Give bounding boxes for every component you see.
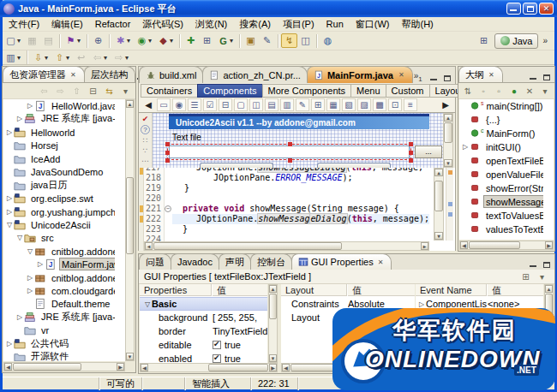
hide-local-types-icon[interactable]: ✕ (523, 85, 536, 98)
overview-mark[interactable] (448, 212, 452, 217)
next-annotation-dropdown-icon[interactable]: ▾ (45, 54, 51, 62)
close-tab-icon[interactable]: ✕ (487, 70, 496, 80)
marquee-tool-icon[interactable]: ∵ (143, 146, 148, 155)
palette-tree-icon[interactable]: ▦ (326, 98, 340, 111)
overview-mark[interactable] (448, 170, 452, 175)
scroll-thumb[interactable] (269, 294, 277, 319)
tree-item[interactable]: JRE 系统库 [java-1.5.0] (5, 112, 115, 125)
palette-list-icon[interactable]: ☰ (188, 98, 201, 111)
tree-item[interactable]: 开源软件 (5, 350, 115, 361)
coverage-dropdown-icon[interactable]: ▾ (230, 37, 237, 45)
checkbox-checked-icon[interactable] (213, 341, 221, 349)
tree-item[interactable]: JRE 系统库 [java-1.5.0] (5, 311, 115, 324)
menu-refactor[interactable]: Refactor (89, 18, 137, 30)
junit-icon[interactable]: ✚ (183, 33, 199, 48)
palette-label-icon[interactable]: ▨ (357, 98, 371, 111)
mark-occurrences-icon[interactable]: ↯ (281, 33, 297, 48)
property-group-row[interactable]: Basic (140, 297, 267, 311)
code-editor[interactable]: 217 218 219 220 221 222 223 224 − JOptio… (138, 168, 456, 251)
minimize-view-icon[interactable] (527, 72, 538, 82)
expand-icon[interactable] (5, 128, 14, 136)
expand-icon[interactable] (15, 115, 24, 122)
palette-spinner-icon[interactable]: ⊟ (219, 98, 232, 111)
outline-item[interactable]: initGUI() (461, 140, 543, 153)
expand-icon[interactable] (417, 300, 426, 308)
tree-item[interactable]: cnitblog.addone.unicode (5, 271, 115, 284)
perspective-chevron-icon[interactable]: » (541, 36, 549, 45)
show-views-icon[interactable]: ◫ (297, 33, 314, 48)
palette-slider-icon[interactable]: ⊡ (388, 98, 402, 111)
tree-item[interactable]: 公共代码 (5, 337, 115, 350)
scroll-right-icon[interactable]: ▶ (545, 241, 553, 249)
outline-item[interactable]: {...} (461, 113, 543, 126)
property-name[interactable]: border (140, 324, 212, 338)
form-text-label[interactable]: Text file (172, 133, 201, 142)
forward-icon[interactable]: ⇨ (111, 50, 127, 65)
col-header-value[interactable]: 值 (488, 284, 543, 296)
property-name[interactable]: enabled (140, 352, 212, 363)
scroll-down-icon[interactable]: ▼ (269, 354, 277, 362)
save-icon[interactable]: ▦ (24, 33, 40, 48)
open-perspective-icon[interactable]: ⊞ (476, 33, 492, 48)
scroll-down-icon[interactable]: ▼ (444, 159, 452, 167)
tree-item[interactable]: Horsej (5, 139, 115, 151)
collapse-icon[interactable] (5, 221, 14, 229)
col-header-layout[interactable]: Layout (281, 284, 347, 296)
expand-icon[interactable] (15, 313, 24, 321)
col-header-value[interactable]: 值 (348, 284, 415, 296)
sel-handle[interactable] (288, 158, 292, 163)
tree-item[interactable]: org.eclipse.swt (5, 192, 115, 205)
scroll-left-icon[interactable]: ◀ (141, 364, 148, 371)
tree-item[interactable]: org.yushang.jumpchess (5, 205, 115, 218)
new-java-dropdown-icon[interactable]: ▾ (127, 37, 134, 45)
tab-hierarchy[interactable]: 层次结构 (84, 66, 135, 82)
palette-radio-icon[interactable]: ◉ (172, 98, 186, 111)
scroll-up-icon[interactable]: ▲ (545, 285, 553, 293)
collapse-region-icon[interactable]: − (165, 205, 171, 212)
tree-item[interactable]: JavaSoundDemo (5, 165, 115, 178)
tab-menu[interactable]: Menu (350, 84, 386, 98)
sort-icon[interactable]: ⇅ (461, 85, 475, 98)
scroll-right-icon[interactable]: ▶ (421, 242, 428, 250)
tab-gui-properties[interactable]: GUI Properties✕ (291, 253, 392, 270)
maximize-editor-icon[interactable] (441, 73, 452, 83)
close-tab-icon[interactable]: ✕ (397, 70, 406, 80)
menu-project[interactable]: 项目(P) (277, 17, 320, 32)
outline-item[interactable]: cMainForm() (461, 127, 543, 140)
explorer-vertical-scrollbar[interactable]: ▲ ▼ (125, 99, 135, 361)
web-browser-icon[interactable]: ◍ (320, 33, 336, 48)
minimize-editor-icon[interactable] (428, 73, 439, 83)
scroll-up-icon[interactable]: ▲ (434, 169, 443, 176)
view-menu-icon[interactable]: ▾ (538, 85, 552, 98)
menu-search[interactable]: 搜索(A) (233, 17, 277, 32)
editor-horizontal-scrollbar[interactable]: ◀ ▶ (144, 241, 429, 251)
menu-help[interactable]: 帮助(H) (396, 17, 440, 32)
selection-handle[interactable] (409, 151, 413, 155)
link-editor-icon[interactable]: ⇆ (102, 85, 117, 98)
scroll-left-icon[interactable]: ◀ (145, 242, 153, 250)
tab-outline[interactable]: 大纲✕ (458, 66, 503, 82)
property-name[interactable]: editable (140, 338, 212, 352)
scroll-left-icon[interactable]: ◀ (4, 363, 12, 371)
menu-file[interactable]: 文件(F) (3, 17, 45, 32)
overview-mark[interactable] (448, 202, 452, 206)
tree-item[interactable]: vr (5, 324, 115, 336)
tab-javadoc[interactable]: Javadoc (171, 253, 219, 270)
expand-icon[interactable] (5, 340, 14, 347)
tree-item[interactable]: IceAdd (5, 152, 115, 165)
tree-item-selected[interactable]: MainForm.java (5, 258, 115, 270)
collapse-icon[interactable] (143, 300, 152, 308)
print-icon[interactable]: ▤ (40, 33, 57, 48)
property-name[interactable]: background (140, 311, 212, 324)
prev-annotation-dropdown-icon[interactable]: ▾ (66, 54, 73, 62)
scroll-thumb[interactable] (126, 177, 134, 254)
help-tool-icon[interactable]: ? (141, 125, 150, 134)
scroll-left-icon[interactable]: ◀ (282, 364, 290, 371)
close-button[interactable]: ✕ (539, 3, 554, 15)
outline-item-selected[interactable]: showMessage(String) (461, 195, 543, 208)
tab-declaration[interactable]: 声明 (219, 253, 251, 270)
tab-more-components[interactable]: More Components (262, 84, 352, 98)
scroll-thumb[interactable] (208, 364, 268, 371)
close-tab-icon[interactable]: ✕ (69, 70, 78, 80)
expand-icon[interactable] (26, 274, 34, 282)
